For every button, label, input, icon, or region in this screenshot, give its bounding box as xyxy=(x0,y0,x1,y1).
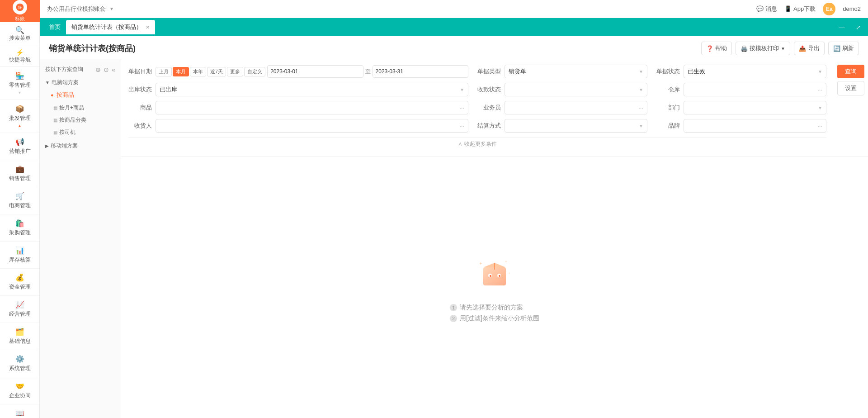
date-this-month-btn[interactable]: 本月 xyxy=(173,67,189,76)
help-btn[interactable]: ❓ 帮助 xyxy=(701,42,732,55)
sidebar-item-guide[interactable]: 📖 新手引导 xyxy=(0,404,39,418)
receiver-control[interactable]: ··· xyxy=(156,119,468,133)
filter-row-1: 单据日期 上月 本月 本年 近7天 更多 自定义 xyxy=(128,65,826,78)
filter-sub-item-month-product[interactable]: ▦ 按月+商品 xyxy=(40,102,121,114)
desktop-group-title[interactable]: ▼ 电脑端方案 xyxy=(40,77,121,88)
app-logo[interactable]: 好 标账 xyxy=(0,0,40,22)
sub-item-icon-1: ▦ xyxy=(53,105,57,110)
query-btn[interactable]: 查询 xyxy=(837,65,864,78)
filter-sub-item-driver[interactable]: ▦ 按司机 xyxy=(40,126,121,138)
outstatus-arrow-icon: ▼ xyxy=(460,87,464,92)
payment-control[interactable]: ▼ xyxy=(505,119,647,133)
sidebar-search[interactable]: 🔍 按以下方案查询 帮助 搜索菜单 xyxy=(0,22,39,46)
filter-field-dept: 部门 ▼ xyxy=(656,101,826,114)
product-label: 商品 xyxy=(128,104,156,112)
sidebar-item-wholesale[interactable]: 📦 批发管理 ▲ xyxy=(0,100,39,133)
sidebar-item-marketing[interactable]: 📢 营销推广 xyxy=(0,133,39,160)
outstatus-label: 出库状态 xyxy=(128,86,156,94)
settings-scheme-icon[interactable]: ⊙ xyxy=(104,66,109,73)
date-to-input[interactable] xyxy=(373,65,468,78)
filter-item-by-product[interactable]: ● 按商品 xyxy=(40,88,121,102)
app-download-btn[interactable]: 📱 App下载 xyxy=(784,5,816,13)
left-sidebar: 好 标账 🔍 按以下方案查询 帮助 搜索菜单 ⚡ 快捷导航 🏪 零售管理 ▼ 📦… xyxy=(0,0,40,418)
filter-panel: 单据日期 上月 本月 本年 近7天 更多 自定义 xyxy=(121,59,868,157)
tab-active-label: 销货单统计计表（按商品） xyxy=(71,23,142,31)
industry-dropdown-arrow[interactable]: ▼ xyxy=(109,6,114,11)
sidebar-item-ecommerce[interactable]: 🛒 电商管理 xyxy=(0,187,39,214)
sidebar-quick-nav[interactable]: ⚡ 快捷导航 xyxy=(0,46,39,67)
product-control[interactable]: ··· xyxy=(156,101,468,114)
empty-hint-2: 2 用[过滤]条件来缩小分析范围 xyxy=(450,314,539,323)
tab-maximize-btn[interactable]: ⤢ xyxy=(852,21,864,33)
docstatus-control[interactable]: 已生效 ▼ xyxy=(684,65,826,78)
warehouse-dots-icon: ··· xyxy=(817,86,822,93)
filter-group-mobile: ▶ 移动端方案 xyxy=(40,140,121,153)
export-btn[interactable]: 📤 导出 xyxy=(794,42,825,55)
filter-field-salesman: 业务员 ··· xyxy=(477,101,647,114)
sidebar-item-basic[interactable]: 🗂️ 基础信息 xyxy=(0,323,39,350)
sidebar-item-system[interactable]: ⚙️ 系统管理 xyxy=(0,350,39,377)
sidebar-item-sales[interactable]: 💼 销售管理 xyxy=(0,160,39,187)
print-btn[interactable]: 🖨️ 按模板打印 ▼ xyxy=(736,42,790,55)
date-from-input[interactable] xyxy=(267,65,363,78)
mobile-group-title[interactable]: ▶ 移动端方案 xyxy=(40,140,121,152)
filter-field-date: 单据日期 上月 本月 本年 近7天 更多 自定义 xyxy=(128,65,468,78)
avatar[interactable]: Ea xyxy=(823,3,835,15)
desktop-group-arrow: ▼ xyxy=(45,80,50,85)
svg-text:✦: ✦ xyxy=(505,260,508,264)
collectstatus-control[interactable]: ▼ xyxy=(505,83,647,96)
tab-close-btn[interactable]: ✕ xyxy=(146,24,150,30)
outstatus-control[interactable]: 已出库 ▼ xyxy=(156,83,468,96)
filter-sub-item-category[interactable]: ▦ 按商品分类 xyxy=(40,114,121,126)
date-more-btn[interactable]: 更多 xyxy=(227,67,243,76)
sidebar-item-operations[interactable]: 📈 经营管理 xyxy=(0,296,39,323)
help-icon: ❓ xyxy=(706,45,713,52)
doctype-arrow-icon: ▼ xyxy=(639,69,643,74)
brand-dots-icon: ··· xyxy=(817,123,822,129)
filter-field-receiver: 收货人 ··· xyxy=(128,119,468,133)
sidebar-item-enterprise[interactable]: 🤝 企业协同 xyxy=(0,377,39,404)
collectstatus-arrow-icon: ▼ xyxy=(639,87,643,92)
empty-hint-1: 1 请先选择要分析的方案 xyxy=(450,304,539,312)
payment-label: 结算方式 xyxy=(477,122,505,130)
sidebar-item-purchase[interactable]: 🛍️ 采购管理 xyxy=(0,214,39,242)
refresh-btn[interactable]: 🔄 刷新 xyxy=(828,42,859,55)
filter-sidebar-icons: ⊕ ⊙ « xyxy=(95,66,115,73)
sidebar-item-inventory[interactable]: 📊 库存核算 xyxy=(0,242,39,269)
industry-name[interactable]: 办公用品行业模拟账套 xyxy=(47,5,106,13)
date-this-year-btn[interactable]: 本年 xyxy=(190,67,206,76)
doctype-control[interactable]: 销货单 ▼ xyxy=(505,65,647,78)
date-label: 单据日期 xyxy=(128,67,156,76)
collapse-sidebar-icon[interactable]: « xyxy=(112,66,115,73)
date-last-month-btn[interactable]: 上月 xyxy=(156,67,172,76)
message-btn[interactable]: 💬 消息 xyxy=(756,5,777,13)
doctype-label: 单据类型 xyxy=(477,67,505,76)
filter-row-2: 出库状态 已出库 ▼ 收款状态 ▼ xyxy=(128,83,826,96)
sidebar-item-finance[interactable]: 💰 资金管理 xyxy=(0,269,39,296)
page-content: 销货单统计计表(按商品) ❓ 帮助 🖨️ 按模板打印 ▼ 📤 导出 🔄 刷 xyxy=(40,36,868,418)
username[interactable]: demo2 xyxy=(843,5,861,12)
header-left: 办公用品行业模拟账套 ▼ xyxy=(47,5,114,13)
print-icon: 🖨️ xyxy=(741,45,748,52)
svg-text:好: 好 xyxy=(18,5,22,10)
tab-active[interactable]: 销货单统计计表（按商品） ✕ xyxy=(66,20,155,34)
tab-home[interactable]: 首页 xyxy=(43,20,66,34)
filter-field-outstatus: 出库状态 已出库 ▼ xyxy=(128,83,468,96)
filter-field-payment: 结算方式 ▼ xyxy=(477,119,647,133)
collapse-more-bar[interactable]: ∧ 收起更多条件 xyxy=(128,137,826,151)
warehouse-control[interactable]: ··· xyxy=(684,83,826,96)
tab-bar: 首页 销货单统计计表（按商品） ✕ — ⤢ xyxy=(40,18,868,36)
brand-control[interactable]: ··· xyxy=(684,119,826,133)
date-custom-btn[interactable]: 自定义 xyxy=(244,67,265,76)
dept-arrow-icon: ▼ xyxy=(818,105,822,110)
receiver-label: 收货人 xyxy=(128,122,156,130)
add-scheme-icon[interactable]: ⊕ xyxy=(95,66,101,73)
setup-btn[interactable]: 设置 xyxy=(837,81,864,95)
tab-minimize-btn[interactable]: — xyxy=(835,21,848,33)
svg-point-6 xyxy=(499,275,500,277)
date-last7-btn[interactable]: 近7天 xyxy=(207,67,226,76)
dept-label: 部门 xyxy=(656,104,684,112)
sidebar-item-retail[interactable]: 🏪 零售管理 ▼ xyxy=(0,67,39,100)
dept-control[interactable]: ▼ xyxy=(684,101,826,114)
salesman-control[interactable]: ··· xyxy=(505,101,647,114)
